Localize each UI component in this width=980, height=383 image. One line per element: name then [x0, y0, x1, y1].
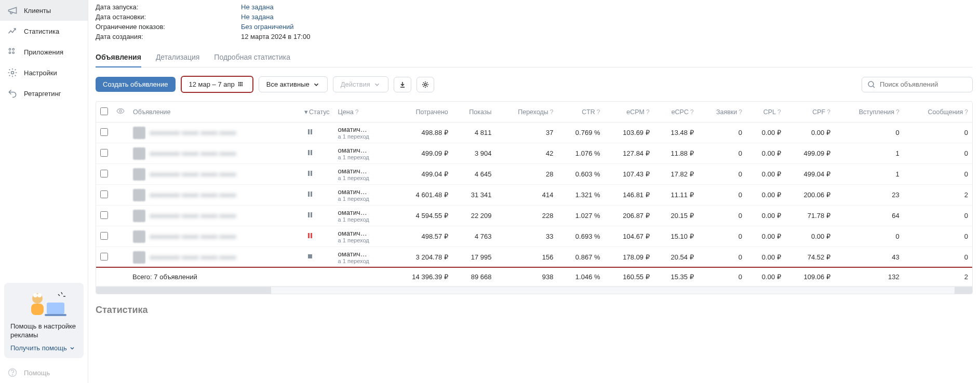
status-icon — [307, 232, 313, 239]
price-cell: оматич…а 1 переход — [334, 185, 390, 206]
shows-cell: 31 341 — [452, 185, 496, 206]
ad-header[interactable]: Объявление — [129, 102, 286, 122]
table-row[interactable]: xxxxxxxxx xxxxx xxxxx xxxxx оматич…а 1 п… — [96, 164, 972, 185]
tabs: Объявления Детализация Подробная статист… — [96, 48, 973, 67]
price-header[interactable]: Цена? — [334, 102, 390, 122]
info-value-start[interactable]: Не задана — [241, 3, 274, 11]
status-cell[interactable] — [286, 143, 333, 164]
tab-details[interactable]: Детализация — [156, 48, 199, 67]
table-row[interactable]: xxxxxxxxx xxxxx xxxxx xxxxx оматич…а 1 п… — [96, 206, 972, 226]
ad-thumbnail — [133, 210, 145, 222]
horizontal-scrollbar[interactable] — [96, 286, 972, 294]
status-header[interactable]: ▾Статус — [286, 102, 333, 122]
status-cell[interactable] — [286, 122, 333, 143]
row-checkbox[interactable] — [100, 232, 108, 240]
help-icon — [7, 367, 18, 378]
sidebar-item-help[interactable]: Помощь — [0, 362, 88, 383]
joins-header[interactable]: Вступления? — [835, 102, 904, 122]
table-row[interactable]: xxxxxxxxx xxxxx xxxxx xxxxx оматич…а 1 п… — [96, 122, 972, 143]
date-range-button[interactable]: 12 мар – 7 апр — [181, 76, 253, 93]
spent-cell: 499.04 ₽ — [390, 164, 452, 185]
table-row[interactable]: xxxxxxxxx xxxxx xxxxx xxxxx оматич…а 1 п… — [96, 226, 972, 247]
totals-cpf: 109.06 ₽ — [785, 268, 835, 286]
svg-point-9 — [33, 293, 37, 297]
ecpc-cell: 11.11 ₽ — [654, 185, 698, 206]
status-cell[interactable] — [286, 164, 333, 185]
cpf-cell: 71.78 ₽ — [785, 206, 835, 226]
cpf-cell: 0.00 ₽ — [785, 226, 835, 247]
create-ad-button[interactable]: Создать объявление — [96, 77, 176, 92]
spent-header[interactable]: Потрачено — [390, 102, 452, 122]
row-checkbox[interactable] — [100, 211, 108, 219]
joins-cell: 23 — [835, 185, 904, 206]
svg-rect-25 — [308, 129, 310, 134]
ad-cell[interactable]: xxxxxxxxx xxxxx xxxxx xxxxx — [129, 226, 286, 247]
leads-cell: 0 — [698, 122, 746, 143]
leads-header[interactable]: Заявки? — [698, 102, 746, 122]
svg-rect-15 — [241, 82, 243, 83]
shows-header[interactable]: Показы — [452, 102, 496, 122]
sidebar-item-stats[interactable]: Статистика — [0, 21, 88, 42]
svg-rect-34 — [311, 212, 312, 217]
ecpc-cell: 13.48 ₽ — [654, 122, 698, 143]
ctr-header[interactable]: CTR? — [558, 102, 605, 122]
ad-cell[interactable]: xxxxxxxxx xxxxx xxxxx xxxxx — [129, 185, 286, 206]
ad-name: xxxxxxxxx xxxxx xxxxx xxxxx — [150, 212, 236, 220]
filter-dropdown[interactable]: Все активные — [259, 76, 328, 92]
ad-cell[interactable]: xxxxxxxxx xxxxx xxxxx xxxxx — [129, 247, 286, 268]
totals-clicks: 938 — [495, 268, 557, 286]
svg-rect-26 — [311, 129, 312, 134]
ecpc-cell: 11.88 ₽ — [654, 143, 698, 164]
clicks-header[interactable]: Переходы? — [495, 102, 557, 122]
tab-full-stats[interactable]: Подробная статистика — [214, 48, 290, 67]
messages-header[interactable]: Сообщения? — [904, 102, 972, 122]
sidebar-item-retargeting[interactable]: Ретаргетинг — [0, 83, 88, 104]
cpf-header[interactable]: CPF? — [785, 102, 835, 122]
status-cell[interactable] — [286, 247, 333, 268]
table-row[interactable]: xxxxxxxxx xxxxx xxxxx xxxxx оматич…а 1 п… — [96, 185, 972, 206]
info-value-limit[interactable]: Без ограничений — [241, 23, 294, 31]
row-checkbox[interactable] — [100, 253, 108, 261]
chart-icon — [7, 26, 18, 36]
info-label: Дата создания: — [96, 33, 241, 40]
sidebar-item-settings[interactable]: Настройки — [0, 62, 88, 83]
ad-cell[interactable]: xxxxxxxxx xxxxx xxxxx xxxxx — [129, 164, 286, 185]
ecpc-header[interactable]: eCPC? — [654, 102, 698, 122]
row-checkbox[interactable] — [100, 128, 108, 136]
status-cell[interactable] — [286, 226, 333, 247]
ecpm-header[interactable]: eCPM? — [605, 102, 654, 122]
help-link[interactable]: Получить помощь — [10, 344, 77, 352]
table-row[interactable]: xxxxxxxxx xxxxx xxxxx xxxxx оматич…а 1 п… — [96, 247, 972, 268]
row-checkbox[interactable] — [100, 190, 108, 198]
row-checkbox[interactable] — [100, 170, 108, 177]
ad-thumbnail — [133, 127, 145, 139]
cpl-header[interactable]: CPL? — [746, 102, 785, 122]
status-cell[interactable] — [286, 206, 333, 226]
tab-ads[interactable]: Объявления — [96, 48, 141, 67]
row-checkbox[interactable] — [100, 149, 108, 157]
table-row[interactable]: xxxxxxxxx xxxxx xxxxx xxxxx оматич…а 1 п… — [96, 143, 972, 164]
info-value-stop[interactable]: Не задана — [241, 13, 274, 21]
ecpc-cell: 15.10 ₽ — [654, 226, 698, 247]
ad-cell[interactable]: xxxxxxxxx xxxxx xxxxx xxxxx — [129, 206, 286, 226]
status-cell[interactable] — [286, 185, 333, 206]
actions-dropdown[interactable]: Действия — [333, 76, 388, 92]
ad-cell[interactable]: xxxxxxxxx xxxxx xxxxx xxxxx — [129, 122, 286, 143]
ecpc-cell: 20.54 ₽ — [654, 247, 698, 268]
ad-cell[interactable]: xxxxxxxxx xxxxx xxxxx xxxxx — [129, 143, 286, 164]
sidebar-item-apps[interactable]: Приложения — [0, 42, 88, 62]
price-cell: оматич…а 1 переход — [334, 226, 390, 247]
svg-rect-20 — [240, 85, 241, 86]
select-all-header — [96, 102, 112, 122]
settings-button[interactable] — [417, 77, 434, 92]
clicks-cell: 414 — [495, 185, 557, 206]
info-label: Дата запуска: — [96, 3, 241, 11]
search-box[interactable] — [862, 77, 973, 92]
search-input[interactable] — [880, 80, 967, 88]
select-all-checkbox[interactable] — [100, 107, 108, 115]
sidebar-item-clients[interactable]: Клиенты — [0, 0, 88, 21]
totals-row: Всего: 7 объявлений 14 396.39 ₽ 89 668 9… — [96, 268, 972, 286]
ecpm-cell: 206.87 ₽ — [605, 206, 654, 226]
download-button[interactable] — [394, 77, 411, 92]
leads-cell: 0 — [698, 247, 746, 268]
